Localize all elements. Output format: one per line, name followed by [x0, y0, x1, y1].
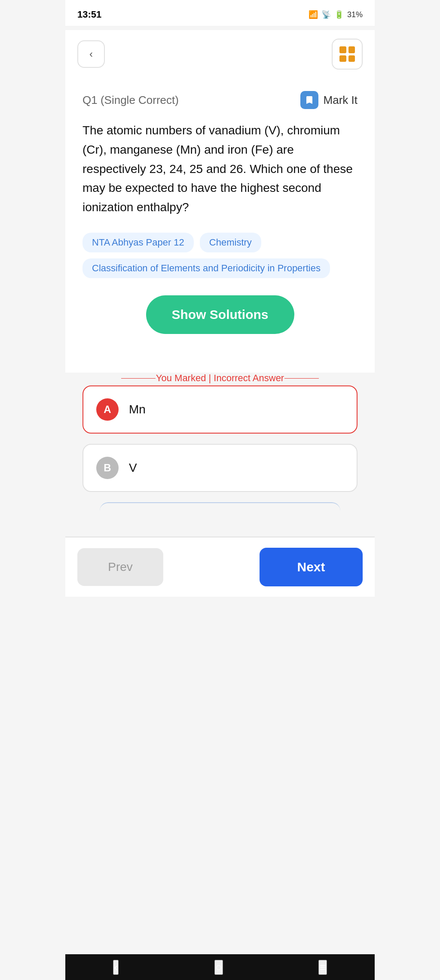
question-label: Q1 (Single Correct) [82, 94, 179, 107]
incorrect-answer-label: You Marked | Incorrect Answer [82, 373, 358, 384]
mark-it-button[interactable]: Mark It [300, 91, 358, 109]
prev-button[interactable]: Prev [77, 548, 163, 586]
chevron-left-icon: ‹ [89, 48, 93, 60]
wifi-icon: 📡 [321, 10, 331, 19]
answers-section: You Marked | Incorrect Answer A Mn B V [65, 373, 375, 519]
question-header: Q1 (Single Correct) Mark It [82, 91, 358, 109]
status-bar: 13:51 📶 📡 🔋 31% [65, 0, 375, 26]
next-button[interactable]: Next [260, 548, 363, 586]
back-button[interactable]: ‹ [77, 40, 105, 68]
battery-percent: 31% [347, 10, 363, 19]
option-a-letter: A [96, 398, 119, 421]
android-home-button[interactable]: ○ [214, 960, 223, 975]
signal-icon: 📶 [309, 10, 318, 19]
status-time: 13:51 [77, 9, 101, 20]
question-text: The atomic numbers of vanadium (V), chro… [82, 121, 358, 217]
main-content: Q1 (Single Correct) Mark It The atomic n… [65, 78, 375, 373]
android-back-button[interactable]: ‹ [113, 960, 119, 975]
android-menu-button[interactable]: ≡ [318, 960, 327, 975]
option-a-text: Mn [129, 403, 146, 416]
bookmark-icon [300, 91, 318, 109]
option-b-letter: B [96, 457, 119, 479]
partial-option-hint [100, 502, 340, 519]
show-solutions-button[interactable]: Show Solutions [146, 295, 294, 334]
tag-paper[interactable]: NTA Abhyas Paper 12 [82, 233, 194, 252]
battery-icon: 🔋 [334, 10, 344, 19]
spacer [65, 597, 375, 657]
bookmark-svg [304, 95, 315, 105]
grid-icon [339, 46, 355, 62]
android-nav-bar: ‹ ○ ≡ [65, 954, 375, 980]
tag-chapter[interactable]: Classification of Elements and Periodici… [82, 258, 330, 278]
mark-it-label: Mark It [324, 94, 358, 107]
grid-button[interactable] [332, 39, 363, 70]
bottom-navigation: Prev Next [65, 537, 375, 597]
tags-container: NTA Abhyas Paper 12 Chemistry Classifica… [82, 233, 358, 278]
option-b-text: V [129, 461, 137, 475]
top-navigation: ‹ [65, 30, 375, 78]
tag-subject[interactable]: Chemistry [200, 233, 261, 252]
option-a[interactable]: A Mn [82, 385, 358, 434]
option-b[interactable]: B V [82, 444, 358, 492]
status-icons: 📶 📡 🔋 31% [309, 10, 363, 19]
